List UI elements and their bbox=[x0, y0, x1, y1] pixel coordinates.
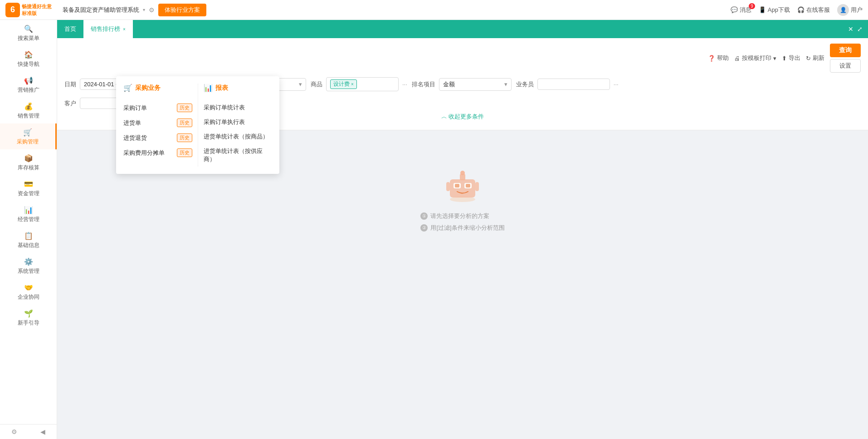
sidebar-item-guide[interactable]: 🌱 新手引导 bbox=[0, 305, 57, 330]
filter-row-rank: 排名项目 金额 ▾ bbox=[412, 77, 512, 91]
dropdown-item-order-exec[interactable]: 采购订单执行表 bbox=[204, 115, 273, 129]
home-icon: 🏠 bbox=[24, 50, 33, 59]
sidebar-item-marketing[interactable]: 📢 营销推广 bbox=[0, 72, 57, 98]
industry-btn[interactable]: 体验行业方案 bbox=[158, 4, 206, 16]
tab-close-icon[interactable]: × bbox=[123, 27, 126, 32]
logo-text: 畅捷通好生意 标准版 bbox=[22, 3, 52, 16]
history-badge-3: 历史 bbox=[177, 148, 192, 157]
dropdown-item-receipt[interactable]: 进货单 历史 bbox=[123, 115, 192, 130]
app-container: 6 畅捷通好生意 标准版 装备及固定资产辅助管理系统 ▾ ⚙ 体验行业方案 💬 … bbox=[0, 0, 868, 439]
sidebar-item-enterprise[interactable]: 🤝 企业协同 bbox=[0, 279, 57, 305]
dropdown-item-purchase-order[interactable]: 采购订单 历史 bbox=[123, 100, 192, 115]
empty-text: ① 请先选择要分析的方案 ② 用[过滤]条件来缩小分析范围 bbox=[420, 210, 504, 234]
system-settings-icon[interactable]: ⚙ bbox=[149, 6, 155, 14]
online-service-btn[interactable]: 🎧 在线客服 bbox=[797, 6, 830, 14]
top-bar-right: 💬 消息 9 📱 App下载 🎧 在线客服 👤 用户 bbox=[731, 4, 863, 16]
goods-filter-input[interactable]: 设计费 × bbox=[326, 77, 399, 91]
svg-rect-9 bbox=[475, 182, 479, 191]
sidebar-item-system[interactable]: ⚙️ 系统管理 bbox=[0, 253, 57, 279]
svg-rect-4 bbox=[455, 184, 459, 187]
enterprise-icon: 🤝 bbox=[24, 283, 33, 292]
sidebar-item-inventory[interactable]: 📦 库存核算 bbox=[0, 149, 57, 175]
sidebar-collapse-icon[interactable]: ◀ bbox=[40, 428, 45, 435]
customer-filter-label: 客户 bbox=[64, 99, 76, 108]
logo-area: 6 畅捷通好生意 标准版 bbox=[5, 3, 63, 17]
salesman-filter-input[interactable] bbox=[537, 79, 610, 90]
print-icon: 🖨 bbox=[734, 55, 740, 62]
sidebar-item-search[interactable]: 🔍 搜索菜单 bbox=[0, 20, 57, 46]
rank-filter-label: 排名项目 bbox=[412, 80, 435, 89]
page-content: ❓ 帮助 🖨 按模板打印 ▾ ⬆ 导出 ↻ bbox=[57, 38, 868, 439]
collapse-icon: ︿ bbox=[441, 113, 447, 120]
svg-rect-5 bbox=[466, 184, 470, 187]
orderstatus-dropdown-icon: ▾ bbox=[299, 81, 302, 88]
help-btn[interactable]: ❓ 帮助 bbox=[708, 54, 729, 62]
empty-text-item-2: ② 用[过滤]条件来缩小分析范围 bbox=[420, 222, 504, 234]
filter-row-goods: 商品 设计费 × ··· bbox=[311, 77, 407, 91]
sidebar-settings-icon[interactable]: ⚙ bbox=[11, 428, 17, 435]
sales-icon: 💰 bbox=[24, 102, 33, 111]
query-btn[interactable]: 查询 bbox=[830, 44, 861, 57]
system-name: 装备及固定资产辅助管理系统 bbox=[63, 6, 139, 14]
dropdown-col-report: 📊 报表 采购订单统计表 采购订单执行表 进货单统计表（按商品） bbox=[204, 84, 273, 167]
refresh-icon: ↻ bbox=[806, 55, 811, 62]
system-dropdown-icon[interactable]: ▾ bbox=[143, 7, 145, 12]
goods-filter-dots[interactable]: ··· bbox=[402, 81, 407, 88]
basicinfo-icon: 📋 bbox=[24, 232, 33, 240]
filter-row-salesman: 业务员 ··· bbox=[516, 77, 619, 91]
tab-expand-btn[interactable]: ⤢ bbox=[857, 25, 863, 33]
tab-sales-rank[interactable]: 销售排行榜 × bbox=[83, 20, 133, 38]
sidebar-bottom: ⚙ ◀ bbox=[0, 424, 57, 439]
dropdown-item-order-stats[interactable]: 采购订单统计表 bbox=[204, 100, 273, 115]
history-badge-2: 历史 bbox=[177, 133, 192, 142]
dropdown-divider bbox=[198, 84, 198, 167]
sidebar-item-sales[interactable]: 💰 销售管理 bbox=[0, 98, 57, 123]
main-area: 🔍 搜索菜单 🏠 快捷导航 📢 营销推广 💰 销售管理 🛒 采购管理 📦 bbox=[0, 20, 868, 439]
dropdown-item-receipt-stats-supplier[interactable]: 进货单统计表（按供应商） bbox=[204, 144, 273, 167]
print-dropdown-icon[interactable]: ▾ bbox=[773, 55, 776, 62]
sidebar-item-purchase[interactable]: 🛒 采购管理 bbox=[0, 123, 57, 149]
system-name-area: 装备及固定资产辅助管理系统 ▾ ⚙ 体验行业方案 bbox=[63, 4, 731, 16]
refresh-btn[interactable]: ↻ 刷新 bbox=[806, 54, 824, 62]
empty-text-item-1: ① 请先选择要分析的方案 bbox=[420, 210, 504, 222]
tab-close-btn[interactable]: ✕ bbox=[848, 25, 853, 33]
export-icon: ⬆ bbox=[782, 55, 787, 62]
system-icon: ⚙️ bbox=[24, 257, 33, 266]
tab-home[interactable]: 首页 bbox=[57, 20, 83, 38]
message-btn[interactable]: 💬 消息 9 bbox=[731, 6, 751, 14]
guide-icon: 🌱 bbox=[24, 309, 33, 318]
phone-icon: 📱 bbox=[759, 6, 766, 13]
marketing-icon: 📢 bbox=[24, 76, 33, 85]
report-title-icon: 📊 bbox=[204, 84, 213, 92]
dropdown-col-business-title: 🛒 采购业务 bbox=[123, 84, 192, 95]
dropdown-item-receipt-stats-goods[interactable]: 进货单统计表（按商品） bbox=[204, 129, 273, 144]
sidebar-item-operations[interactable]: 📊 经营管理 bbox=[0, 201, 57, 227]
purchase-icon: 🛒 bbox=[23, 128, 32, 137]
goods-filter-label: 商品 bbox=[311, 80, 322, 89]
logo-icon: 6 bbox=[5, 3, 20, 17]
dropdown-col-report-title: 📊 报表 bbox=[204, 84, 273, 95]
rank-filter-input[interactable]: 金额 ▾ bbox=[439, 78, 512, 91]
sidebar-item-basicinfo[interactable]: 📋 基础信息 bbox=[0, 227, 57, 253]
sidebar-item-finance[interactable]: 💳 资金管理 bbox=[0, 175, 57, 201]
user-btn[interactable]: 👤 用户 bbox=[837, 4, 863, 16]
salesman-filter-dots[interactable]: ··· bbox=[614, 81, 619, 88]
app-download-btn[interactable]: 📱 App下载 bbox=[759, 6, 790, 14]
top-bar: 6 畅捷通好生意 标准版 装备及固定资产辅助管理系统 ▾ ⚙ 体验行业方案 💬 … bbox=[0, 0, 868, 20]
dropdown-item-expense[interactable]: 采购费用分摊单 历史 bbox=[123, 145, 192, 160]
svg-rect-8 bbox=[446, 182, 450, 191]
svg-rect-1 bbox=[450, 179, 475, 197]
goods-tag-close[interactable]: × bbox=[351, 82, 354, 87]
inventory-icon: 📦 bbox=[24, 154, 33, 163]
export-btn[interactable]: ⬆ 导出 bbox=[782, 54, 800, 62]
action-buttons: 查询 设置 bbox=[830, 44, 861, 73]
content-area: 首页 销售排行榜 × ✕ ⤢ ❓ 帮助 bbox=[57, 20, 868, 439]
dropdown-item-return[interactable]: 进货退货 历史 bbox=[123, 130, 192, 145]
sidebar-item-quicknav[interactable]: 🏠 快捷导航 bbox=[0, 46, 57, 72]
operations-icon: 📊 bbox=[24, 206, 33, 214]
sidebar: 🔍 搜索菜单 🏠 快捷导航 📢 营销推广 💰 销售管理 🛒 采购管理 📦 bbox=[0, 20, 57, 439]
business-title-icon: 🛒 bbox=[123, 84, 132, 92]
print-btn[interactable]: 🖨 按模板打印 ▾ bbox=[734, 54, 776, 62]
settings-btn[interactable]: 设置 bbox=[830, 59, 861, 73]
history-badge-0: 历史 bbox=[177, 104, 192, 112]
